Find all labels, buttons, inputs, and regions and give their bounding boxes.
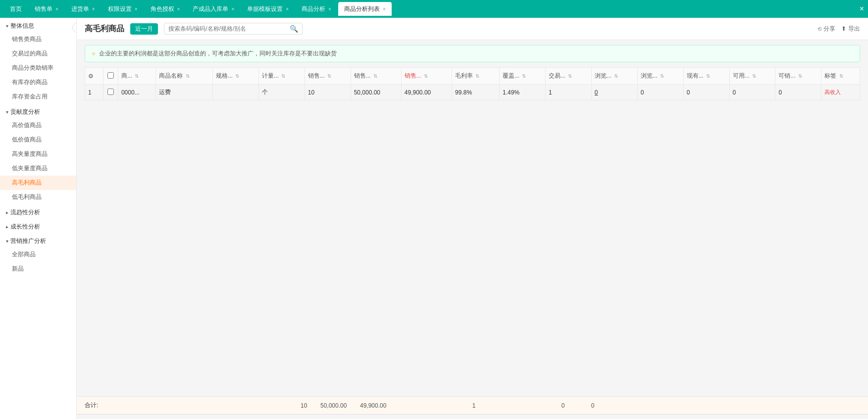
arrow-down-icon: ▾ <box>6 109 8 115</box>
th-views1[interactable]: 浏览... ⇅ <box>591 68 637 85</box>
th-coverage[interactable]: 覆盖... ⇅ <box>500 68 546 85</box>
sidebar-item-sales-products[interactable]: 销售类商品 <box>0 32 76 47</box>
sidebar-group-contribution[interactable]: ▾ 贡献度分析 <box>0 104 76 118</box>
tab-sales-order[interactable]: 销售单 × <box>29 2 64 16</box>
views1-link[interactable]: 0 <box>595 89 598 96</box>
export-button[interactable]: ⬆ 导出 <box>841 25 860 33</box>
sidebar-item-new-products[interactable]: 新品 <box>0 262 76 276</box>
tab-close-icon[interactable]: × <box>383 6 386 12</box>
top-navigation: 首页 销售单 × 进货单 × 权限设置 × 角色授权 × 产成品入库单 × 单据… <box>0 0 868 18</box>
th-spec[interactable]: 规格... ⇅ <box>212 68 258 85</box>
window-close-button[interactable]: × <box>860 4 864 13</box>
search-box: 🔍 <box>164 23 303 35</box>
sidebar-group-overview[interactable]: ▾ 整体信息 <box>0 18 76 32</box>
footer-empty-views1 <box>478 402 508 409</box>
tab-label: 单据模板设置 <box>247 5 283 13</box>
td-views2: 0 <box>637 85 683 100</box>
tab-label: 商品分析列表 <box>344 5 380 13</box>
sidebar-item-high-quantity[interactable]: 高夹量度商品 <box>0 147 76 161</box>
tab-permission-settings[interactable]: 权限设置 × <box>102 2 144 16</box>
footer-cell-empty3 <box>132 402 161 409</box>
tab-close-icon[interactable]: × <box>286 6 289 12</box>
group-title: 流趋性分析 <box>10 208 40 217</box>
footer-sales-qty: 10 <box>280 402 310 409</box>
tab-production-inbound[interactable]: 产成品入库单 × <box>187 2 240 16</box>
th-tag[interactable]: 标签 ⇅ <box>821 68 860 85</box>
footer-sales-profit: 49,900.00 <box>350 402 389 409</box>
sidebar-item-in-stock[interactable]: 有库存的商品 <box>0 75 76 90</box>
search-input[interactable] <box>168 25 288 32</box>
sidebar-group-growth[interactable]: ▸ 成长性分析 <box>0 219 76 233</box>
tab-close-icon[interactable]: × <box>328 6 331 12</box>
td-spec <box>212 85 258 100</box>
sidebar-item-all-products[interactable]: 全部商品 <box>0 247 76 262</box>
th-available-stock[interactable]: 可用... ⇅ <box>729 68 775 85</box>
sidebar-item-traded-products[interactable]: 交易过的商品 <box>0 47 76 61</box>
sidebar-item-low-value[interactable]: 低价值商品 <box>0 133 76 147</box>
td-sales-qty: 10 <box>305 85 351 100</box>
th-sales-profit[interactable]: 销售... ⇅ <box>401 68 452 85</box>
row-checkbox[interactable] <box>107 89 114 95</box>
content-header: 高毛利商品 近一月 🔍 ⎋ 分享 ⬆ 导出 <box>77 18 868 40</box>
footer-trade: 1 <box>449 402 478 409</box>
td-code: 0000... <box>118 85 156 100</box>
th-sales-amount[interactable]: 销售... ⇅ <box>351 68 401 85</box>
th-views2[interactable]: 浏览... ⇅ <box>637 68 683 85</box>
sidebar-item-category-rate[interactable]: 商品分类助销率 <box>0 61 76 75</box>
sidebar-group-marketing[interactable]: ▾ 营销推广分析 <box>0 233 76 247</box>
td-views1[interactable]: 0 <box>591 85 637 100</box>
tab-label: 角色授权 <box>151 5 174 13</box>
tab-home[interactable]: 首页 <box>4 2 28 16</box>
th-gross-margin[interactable]: 毛利率 ⇅ <box>452 68 500 85</box>
info-banner: ✧ 企业的主要的利润都是这部分商品创造的，可考虑加大推广，同时关注库存是不要出现… <box>85 45 860 62</box>
th-current-stock[interactable]: 现有... ⇅ <box>683 68 729 85</box>
arrow-down-icon: ▾ <box>6 23 8 29</box>
th-unit[interactable]: 计量... ⇅ <box>258 68 305 85</box>
tab-close-icon[interactable]: × <box>231 6 234 12</box>
table-container[interactable]: ⚙ 商... ⇅ 商品名称 ⇅ 规格... ⇅ 计量... ⇅ 销售... ⇅ … <box>77 67 868 396</box>
footer-cell-empty2 <box>117 402 132 409</box>
footer-sales-amount: 50,000.00 <box>310 402 350 409</box>
th-saleable-stock[interactable]: 可销... ⇅ <box>775 68 821 85</box>
sidebar-item-low-margin[interactable]: 低毛利商品 <box>0 190 76 204</box>
sidebar-item-high-value[interactable]: 高价值商品 <box>0 118 76 133</box>
th-trade[interactable]: 交易... ⇅ <box>545 68 591 85</box>
sidebar-item-high-margin[interactable]: 高毛利商品 <box>0 176 76 190</box>
tab-template-settings[interactable]: 单据模板设置 × <box>241 2 295 16</box>
tab-role-auth[interactable]: 角色授权 × <box>145 2 186 16</box>
th-code[interactable]: 商... ⇅ <box>118 68 156 85</box>
bulb-icon: ✧ <box>91 50 96 57</box>
search-icon[interactable]: 🔍 <box>290 25 298 33</box>
td-checkbox[interactable] <box>103 85 118 100</box>
arrow-right-icon: ▸ <box>6 224 8 230</box>
group-title: 整体信息 <box>10 22 34 30</box>
th-settings[interactable]: ⚙ <box>85 68 103 85</box>
sidebar-group-trend[interactable]: ▸ 流趋性分析 <box>0 204 76 219</box>
tag-high-income: 高收入 <box>824 89 841 95</box>
footer-label: 合计: <box>85 401 98 410</box>
tab-purchase-order[interactable]: 进货单 × <box>65 2 101 16</box>
footer-cell-empty6 <box>251 402 280 409</box>
th-name[interactable]: 商品名称 ⇅ <box>156 68 212 85</box>
footer-cell-empty5 <box>221 402 251 409</box>
tab-close-icon[interactable]: × <box>177 6 180 12</box>
tab-product-analysis-list[interactable]: 商品分析列表 × <box>338 2 392 16</box>
arrow-right-icon: ▸ <box>6 210 8 215</box>
tab-close-icon[interactable]: × <box>135 6 138 12</box>
sidebar-item-low-quantity[interactable]: 低夹量度商品 <box>0 161 76 176</box>
sidebar: « ▾ 整体信息 销售类商品 交易过的商品 商品分类助销率 有库存的商品 库存资… <box>0 18 77 419</box>
tab-product-analysis[interactable]: 商品分析 × <box>296 2 337 16</box>
header-actions: ⎋ 分享 ⬆ 导出 <box>818 25 860 33</box>
info-text: 企业的主要的利润都是这部分商品创造的，可考虑加大推广，同时关注库存是不要出现缺货 <box>99 49 337 58</box>
th-sales-qty[interactable]: 销售... ⇅ <box>305 68 351 85</box>
share-icon: ⎋ <box>818 25 821 32</box>
td-sales-amount: 50,000.00 <box>351 85 401 100</box>
tab-close-icon[interactable]: × <box>92 6 95 12</box>
share-button[interactable]: ⎋ 分享 <box>818 25 835 33</box>
tab-close-icon[interactable]: × <box>55 6 58 12</box>
select-all-checkbox[interactable] <box>107 72 114 79</box>
sidebar-item-stock-funds[interactable]: 库存资金占用 <box>0 90 76 104</box>
bottom-scrollbar[interactable] <box>77 414 868 419</box>
footer-available-stock: 0 <box>567 402 597 409</box>
period-button[interactable]: 近一月 <box>130 23 158 35</box>
